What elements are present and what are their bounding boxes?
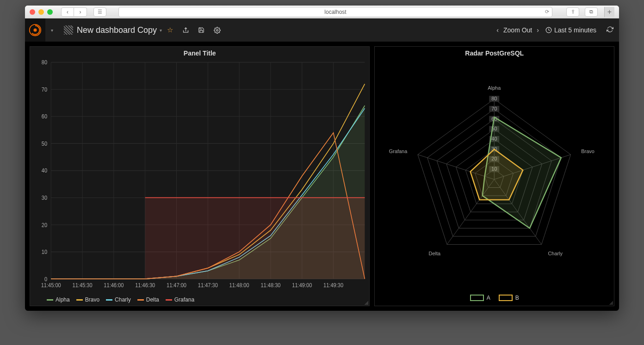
svg-text:30: 30 [42, 194, 48, 201]
legend-item[interactable]: Grafana [166, 296, 194, 303]
dashboard-title[interactable]: New dashboard Copy [77, 25, 157, 35]
share-button[interactable]: ⇪ [566, 7, 579, 17]
star-icon[interactable]: ☆ [162, 26, 178, 34]
svg-point-2 [216, 29, 218, 31]
panel-title: Panel Title [30, 47, 369, 60]
svg-text:11:46:30: 11:46:30 [135, 282, 155, 289]
window-controls [30, 9, 53, 15]
svg-text:70: 70 [42, 86, 48, 92]
svg-text:70: 70 [492, 106, 497, 111]
refresh-button[interactable] [607, 26, 613, 34]
grafana-logo[interactable] [25, 18, 45, 42]
svg-text:Charly: Charly [548, 251, 563, 256]
share-icon[interactable] [178, 27, 193, 34]
back-button[interactable]: ‹ [61, 7, 74, 17]
svg-text:Grafana: Grafana [389, 148, 408, 154]
svg-point-1 [34, 29, 37, 32]
svg-text:80: 80 [492, 96, 497, 101]
reload-icon[interactable]: ⟳ [545, 9, 549, 15]
svg-text:Bravo: Bravo [582, 148, 595, 154]
browser-window: ‹ › ☰ localhost ⟳ ⇪ ⧉ + ▾ New dashboard … [25, 6, 619, 311]
radar-chart-panel[interactable]: Radar PostGreSQL 1020304050607080AlphaBr… [374, 46, 614, 306]
maximize-window-button[interactable] [47, 9, 53, 15]
save-icon[interactable] [193, 27, 209, 33]
svg-text:11:46:00: 11:46:00 [104, 282, 124, 289]
svg-text:Delta: Delta [429, 251, 441, 256]
svg-text:0: 0 [44, 276, 48, 282]
close-window-button[interactable] [30, 9, 35, 15]
svg-text:80: 80 [42, 60, 48, 65]
resize-handle[interactable] [609, 301, 613, 305]
svg-text:11:49:30: 11:49:30 [323, 282, 343, 289]
dashboard-icon [64, 25, 73, 35]
radar-chart: 1020304050607080AlphaBravoCharlyDeltaGra… [375, 60, 614, 295]
time-back-button[interactable]: ‹ [494, 26, 502, 34]
svg-text:11:47:30: 11:47:30 [198, 282, 218, 289]
grafana-app: ▾ New dashboard Copy ▾ ☆ ‹ Zoom Out › [25, 18, 619, 311]
svg-text:50: 50 [42, 140, 48, 147]
svg-text:20: 20 [42, 222, 48, 228]
nav-buttons: ‹ › [61, 7, 87, 17]
svg-text:11:48:30: 11:48:30 [260, 282, 280, 289]
settings-icon[interactable] [209, 27, 225, 34]
address-bar[interactable]: localhost ⟳ [118, 7, 552, 17]
time-range-button[interactable]: Last 5 minutes [545, 26, 596, 34]
panel-title: Radar PostGreSQL [375, 47, 614, 60]
svg-text:11:45:30: 11:45:30 [73, 282, 93, 289]
new-tab-button[interactable]: + [604, 7, 614, 17]
zoom-out-button[interactable]: Zoom Out [503, 26, 532, 34]
svg-text:40: 40 [42, 167, 48, 174]
radar-chart-legend: AB [375, 295, 614, 306]
legend-item[interactable]: A [470, 295, 490, 301]
forward-button[interactable]: › [74, 7, 87, 17]
time-range-picker: ‹ Zoom Out › Last 5 minutes [494, 26, 619, 34]
legend-item[interactable]: B [499, 295, 519, 301]
line-chart-legend: AlphaBravoCharlyDeltaGrafana [30, 295, 369, 306]
dashboard-panels: Panel Title 0102030405060708011:45:0011:… [25, 42, 619, 311]
legend-item[interactable]: Alpha [47, 296, 70, 303]
tabs-button[interactable]: ⧉ [585, 7, 598, 17]
line-chart: 0102030405060708011:45:0011:45:3011:46:0… [30, 60, 369, 295]
legend-item[interactable]: Delta [137, 296, 159, 303]
line-chart-panel[interactable]: Panel Title 0102030405060708011:45:0011:… [30, 46, 370, 306]
main-menu-dropdown[interactable]: ▾ [45, 28, 58, 33]
svg-text:10: 10 [42, 248, 48, 255]
address-text: localhost [324, 9, 346, 15]
svg-text:Alpha: Alpha [488, 85, 502, 91]
browser-titlebar: ‹ › ☰ localhost ⟳ ⇪ ⧉ + [25, 6, 619, 18]
svg-text:11:47:00: 11:47:00 [167, 282, 186, 289]
svg-text:11:48:00: 11:48:00 [229, 282, 249, 289]
svg-text:11:45:00: 11:45:00 [41, 282, 61, 289]
time-forward-button[interactable]: › [534, 26, 542, 34]
svg-text:60: 60 [42, 113, 48, 120]
grafana-toolbar: ▾ New dashboard Copy ▾ ☆ ‹ Zoom Out › [25, 18, 619, 42]
sidebar-toggle-button[interactable]: ☰ [93, 7, 106, 17]
minimize-window-button[interactable] [38, 9, 44, 15]
legend-item[interactable]: Charly [106, 296, 131, 303]
svg-text:11:49:00: 11:49:00 [292, 282, 312, 289]
legend-item[interactable]: Bravo [76, 296, 99, 303]
resize-handle[interactable] [365, 301, 368, 305]
